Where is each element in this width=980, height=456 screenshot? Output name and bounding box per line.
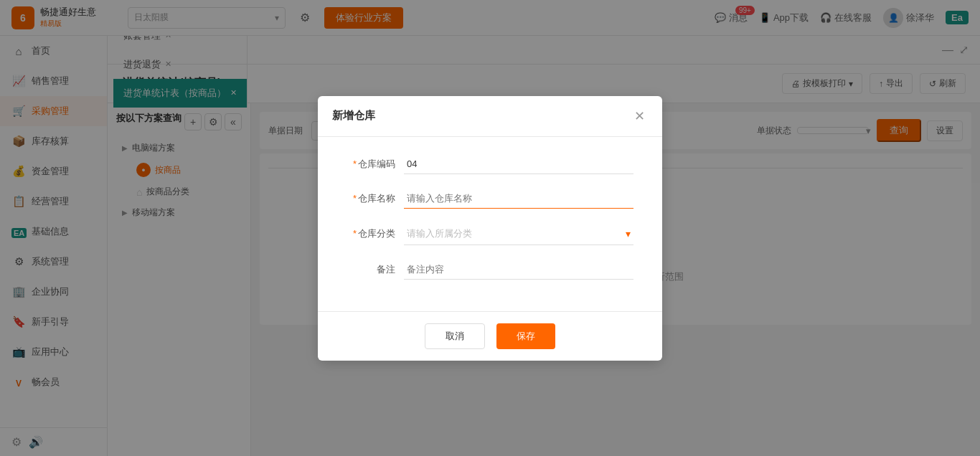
form-row-category: *仓库分类 请输入所属分类 ▾ [347, 223, 633, 245]
code-input[interactable] [404, 154, 633, 174]
modal-body: *仓库编码 *仓库名称 *仓库分类 请输入所属分类 ▾ [318, 137, 662, 311]
name-input[interactable] [404, 189, 633, 209]
form-row-code: *仓库编码 [347, 154, 633, 174]
code-required-mark: * [353, 158, 357, 169]
modal-header: 新增仓库 ✕ [318, 96, 662, 137]
category-placeholder: 请输入所属分类 [407, 227, 472, 240]
category-dropdown-arrow: ▾ [626, 228, 631, 239]
code-label: *仓库编码 [347, 158, 404, 171]
category-label: *仓库分类 [347, 227, 404, 240]
modal-footer: 取消 保存 [318, 311, 662, 361]
add-warehouse-modal: 新增仓库 ✕ *仓库编码 *仓库名称 *仓库分类 [318, 96, 662, 361]
form-row-remark: 备注 [347, 260, 633, 280]
remark-input[interactable] [404, 260, 633, 280]
modal-title: 新增仓库 [332, 109, 375, 123]
name-required-mark: * [353, 193, 357, 204]
remark-label: 备注 [347, 263, 404, 276]
save-button[interactable]: 保存 [496, 323, 555, 349]
modal-overlay: 新增仓库 ✕ *仓库编码 *仓库名称 *仓库分类 [0, 0, 980, 456]
form-row-name: *仓库名称 [347, 189, 633, 209]
category-select[interactable]: 请输入所属分类 ▾ [404, 223, 633, 245]
name-label: *仓库名称 [347, 192, 404, 205]
cancel-button[interactable]: 取消 [425, 323, 485, 349]
modal-close-button[interactable]: ✕ [631, 108, 648, 125]
category-required-mark: * [353, 228, 357, 239]
